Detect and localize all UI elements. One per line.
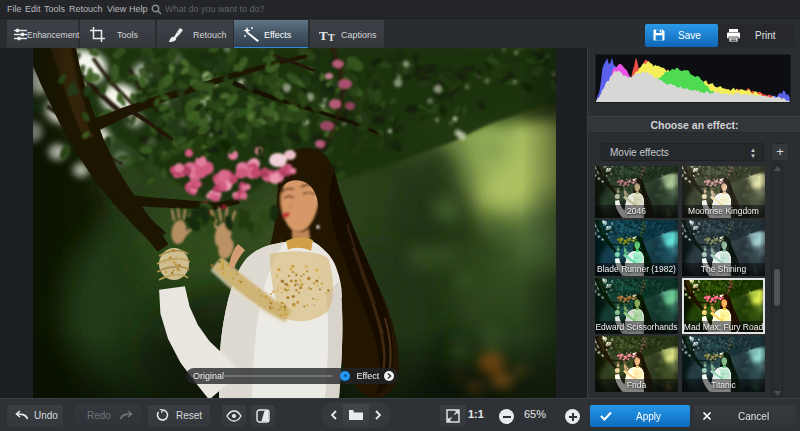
svg-text:T: T (319, 28, 328, 42)
svg-text:T: T (328, 32, 335, 42)
